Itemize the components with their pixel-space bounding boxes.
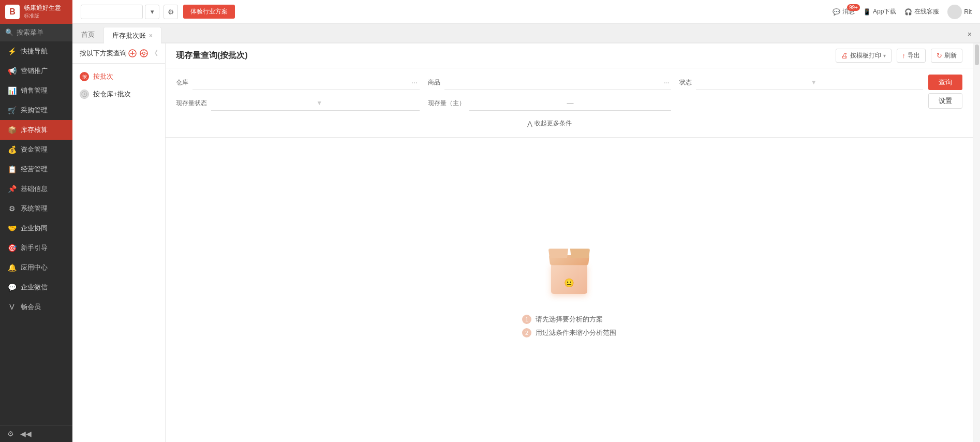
system-icon: ⚙ [7,204,17,213]
empty-state: 😐 1 请先选择要分析的方案 [166,138,973,442]
sidebar-item-wechat[interactable]: 💬 企业微信 [0,277,72,297]
refresh-icon: ↻ [937,52,942,60]
sidebar-item-system[interactable]: ⚙ 系统管理 [0,199,72,218]
clock-icon [81,91,87,97]
hint-num-2: 2 [522,328,531,337]
left-panel-title: 按以下方案查询 [80,49,127,58]
by-warehouse-batch-icon [80,90,89,99]
range-separator: — [567,99,574,107]
print-btn[interactable]: 🖨 按模板打印 ▾ [836,49,892,63]
sidebar-item-label: 畅会员 [21,302,41,312]
empty-illustration: 😐 [538,242,600,304]
tab-close-icon[interactable]: × [149,32,153,39]
sidebar-item-guide[interactable]: 🎯 新手引导 [0,238,72,258]
status-label: 状态 [679,78,692,87]
sidebar-item-sales[interactable]: 📊 销售管理 [0,81,72,100]
export-btn[interactable]: ↑ 导出 [897,49,926,63]
experience-btn[interactable]: 体验行业方案 [183,5,235,19]
user-name: Rit [964,8,972,16]
sidebar-item-label: 基础信息 [21,184,48,194]
quick-nav-icon: ⚡ [7,47,17,56]
warehouse-input[interactable] [192,79,409,86]
sidebar-item-enterprise[interactable]: 🤝 企业协同 [0,218,72,238]
filter-warehouse: 仓库 ··· [176,75,420,90]
sidebar-item-quick-nav[interactable]: ⚡ 快捷导航 [0,41,72,61]
tab-batch-account[interactable]: 库存批次账 × [103,27,161,43]
export-label: 导出 [908,51,920,60]
product-input[interactable] [444,79,661,86]
sidebar-item-label: 快捷导航 [21,47,48,56]
tab-close-right[interactable]: × [959,26,980,42]
plus-icon [128,49,137,57]
collapse-sidebar-icon[interactable]: ◀◀ [20,430,32,438]
sidebar-item-label: 库存核算 [21,125,48,135]
scheme-settings-btn[interactable] [140,49,148,57]
stock-qty-range: — [469,95,672,111]
refresh-btn[interactable]: ↻ 刷新 [931,49,962,63]
sidebar-search[interactable]: 🔍 搜索菜单 [0,24,72,41]
warehouse-dots[interactable]: ··· [409,78,420,86]
left-panel-actions: 《 [128,49,158,58]
query-btn[interactable]: 查询 [928,75,962,90]
app-download-item[interactable]: 📱 App下载 [863,7,896,16]
collapse-more-btn[interactable]: ⋀ 收起更多条件 [176,116,923,131]
warehouse-input-group: ··· [192,75,420,90]
left-panel-header: 按以下方案查询 [72,43,165,64]
topbar-dropdown-btn[interactable]: ▾ [145,5,159,19]
stock-qty-min-input[interactable] [473,99,563,107]
user-avatar [947,5,962,19]
search-label: 搜索菜单 [17,28,43,37]
filter-stock-status: 现存量状态 ▼ [176,95,420,111]
topbar-right: 💬 消息 99+ 📱 App下载 🎧 在线客服 Rit [833,5,972,19]
add-scheme-btn[interactable] [128,49,137,57]
purchase-icon: 🛒 [7,106,17,115]
tab-home[interactable]: 首页 [72,26,103,42]
stock-qty-max-input[interactable] [578,99,667,107]
settings-bottom-icon[interactable]: ⚙ [7,430,14,438]
topbar-search-group: ▾ [81,5,159,19]
sidebar-item-purchase[interactable]: 🛒 采购管理 [0,100,72,120]
headset-icon: 🎧 [904,8,912,16]
stock-status-select[interactable]: ▼ [211,95,420,111]
sidebar-item-member[interactable]: V 畅会员 [0,297,72,317]
print-icon: 🖨 [841,52,848,60]
sidebar-item-label: 企业协同 [21,224,48,233]
product-dots[interactable]: ··· [661,78,672,86]
status-chevron-icon: ▼ [811,79,919,86]
query-settings-btns: 查询 设置 [928,75,962,109]
page-title: 现存量查询(按批次) [176,50,248,61]
member-icon: V [7,302,17,312]
by-batch-icon: 按 [80,72,89,81]
sidebar-item-inventory[interactable]: 📦 库存核算 [0,120,72,140]
sidebar-item-marketing[interactable]: 📢 营销推广 [0,61,72,81]
user-item[interactable]: Rit [947,5,972,19]
message-item[interactable]: 💬 消息 99+ [833,7,855,16]
empty-text: 1 请先选择要分析的方案 2 用过滤条件来缩小分析范围 [522,315,616,337]
message-icon: 💬 [833,8,840,16]
collapse-panel-btn[interactable]: 《 [151,49,158,58]
sidebar-item-basic-info[interactable]: 📌 基础信息 [0,179,72,199]
app-download-label: App下载 [873,7,896,16]
filter-row-2: 现存量状态 ▼ 现存量（主） [176,95,923,111]
sidebar-item-label: 应用中心 [21,263,48,272]
settings-btn[interactable]: 设置 [928,93,962,109]
left-panel: 按以下方案查询 [72,43,166,442]
sidebar-item-app-center[interactable]: 🔔 应用中心 [0,258,72,277]
tab-batch-account-label: 库存批次账 [112,31,146,40]
sidebar-item-label: 新手引导 [21,243,48,253]
scheme-item-by-batch[interactable]: 按 按批次 [72,68,165,85]
sidebar-footer: ⚙ ◀◀ [0,425,72,442]
status-select[interactable]: ▼ [696,75,923,90]
sidebar-item-operations[interactable]: 📋 经营管理 [0,159,72,179]
product-input-group: ··· [444,75,672,90]
filter-row-1: 仓库 ··· 商品 ··· [176,75,923,90]
scheme-item-by-warehouse-batch[interactable]: 按仓库+批次 [72,85,165,103]
sidebar-item-finance[interactable]: 💰 资金管理 [0,140,72,159]
right-scrollbar[interactable] [973,43,980,442]
sidebar-item-label: 采购管理 [21,106,48,115]
app-name: 畅康通好生意 [24,4,61,12]
topbar-gear-btn[interactable]: ⚙ [164,5,178,19]
sidebar-item-label: 资金管理 [21,145,48,154]
topbar-search-input[interactable] [81,5,143,19]
online-service-item[interactable]: 🎧 在线客服 [904,7,939,16]
